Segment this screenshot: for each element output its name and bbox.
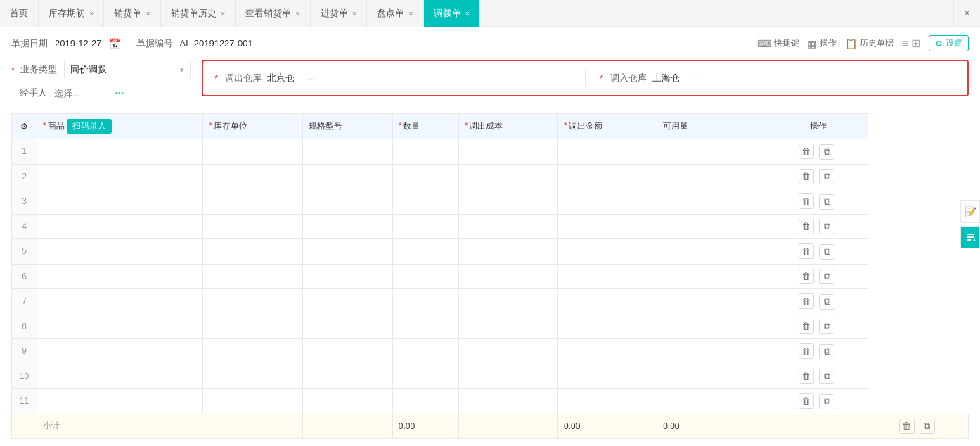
cell-qty[interactable]	[392, 164, 458, 189]
cell-qty[interactable]	[392, 314, 458, 339]
copy-row-button[interactable]: ⧉	[819, 394, 834, 409]
operations-button[interactable]: ▦ 操作	[808, 37, 837, 49]
tab-sales-history[interactable]: 销货单历史 ×	[161, 0, 236, 27]
cell-qty[interactable]	[392, 389, 458, 414]
delete-row-button[interactable]: 🗑	[799, 169, 814, 184]
delete-row-button[interactable]: 🗑	[799, 369, 814, 384]
cell-product[interactable]	[37, 239, 203, 265]
delete-row-button[interactable]: 🗑	[799, 243, 814, 259]
sidebar-notes-button[interactable]: 📝	[960, 200, 980, 223]
view-toggle-list[interactable]: ≡	[902, 37, 908, 50]
view-toggle-grid[interactable]: ⊞	[911, 37, 920, 50]
history-button[interactable]: 📋 历史单据	[845, 37, 894, 49]
cell-unit[interactable]	[203, 164, 302, 189]
cell-spec[interactable]	[302, 364, 392, 389]
tab-transfer[interactable]: 调拨单 ×	[424, 0, 480, 27]
cell-spec[interactable]	[302, 389, 392, 414]
cell-amount[interactable]	[557, 264, 657, 289]
cell-product[interactable]	[37, 289, 203, 314]
cell-qty[interactable]	[392, 289, 458, 314]
tab-view-sales[interactable]: 查看销货单 ×	[236, 0, 310, 27]
cell-amount[interactable]	[557, 314, 657, 339]
cell-qty[interactable]	[392, 214, 458, 239]
cell-cost[interactable]	[458, 364, 557, 389]
delete-subtotal-button[interactable]: 🗑	[899, 419, 915, 434]
cell-amount[interactable]	[557, 339, 657, 364]
cell-amount[interactable]	[557, 164, 657, 189]
close-icon[interactable]: ×	[146, 9, 150, 18]
tab-home[interactable]: 首页	[0, 0, 39, 27]
cell-qty[interactable]	[392, 264, 458, 289]
cell-available[interactable]	[657, 289, 768, 314]
delete-row-button[interactable]: 🗑	[799, 219, 814, 234]
close-icon[interactable]: ×	[465, 9, 470, 18]
gear-icon[interactable]: ⚙	[20, 122, 28, 132]
copy-row-button[interactable]: ⧉	[819, 344, 834, 359]
cell-cost[interactable]	[458, 314, 557, 339]
delete-row-button[interactable]: 🗑	[799, 393, 814, 409]
person-more-icon[interactable]: ···	[115, 87, 124, 99]
cell-available[interactable]	[657, 189, 768, 215]
delete-row-button[interactable]: 🗑	[799, 343, 814, 359]
cell-spec[interactable]	[302, 214, 392, 239]
delete-row-button[interactable]: 🗑	[799, 269, 814, 284]
cell-amount[interactable]	[557, 214, 657, 239]
cell-spec[interactable]	[302, 314, 392, 339]
cell-unit[interactable]	[203, 339, 302, 364]
cell-amount[interactable]	[557, 364, 657, 389]
cell-product[interactable]	[37, 164, 203, 189]
calendar-icon[interactable]: 📅	[109, 38, 121, 49]
scan-barcode-button[interactable]: 扫码录入	[67, 119, 112, 134]
cell-qty[interactable]	[392, 189, 458, 215]
cell-product[interactable]	[37, 389, 203, 414]
cell-product[interactable]	[37, 339, 203, 364]
transfer-in-more[interactable]: ···	[691, 73, 699, 84]
cell-qty[interactable]	[392, 339, 458, 364]
cell-available[interactable]	[657, 389, 768, 414]
close-icon[interactable]: ×	[221, 9, 225, 18]
cell-qty[interactable]	[392, 139, 458, 165]
delete-row-button[interactable]: 🗑	[799, 144, 814, 159]
close-icon[interactable]: ×	[408, 9, 413, 18]
delete-row-button[interactable]: 🗑	[799, 293, 814, 309]
cell-unit[interactable]	[203, 314, 302, 339]
cell-amount[interactable]	[557, 289, 657, 314]
cell-amount[interactable]	[557, 239, 657, 265]
cell-product[interactable]	[37, 364, 203, 389]
cell-cost[interactable]	[458, 214, 557, 239]
transfer-out-more[interactable]: ···	[306, 73, 314, 84]
cell-available[interactable]	[657, 264, 768, 289]
copy-row-button[interactable]: ⧉	[819, 269, 834, 284]
cell-amount[interactable]	[557, 389, 657, 414]
cell-product[interactable]	[37, 214, 203, 239]
cell-cost[interactable]	[458, 139, 557, 165]
settings-button[interactable]: ⚙ 设置	[929, 35, 969, 51]
tab-sales-order[interactable]: 销货单 ×	[104, 0, 160, 27]
cell-product[interactable]	[37, 314, 203, 339]
close-icon[interactable]: ×	[295, 9, 299, 18]
cell-unit[interactable]	[203, 289, 302, 314]
cell-cost[interactable]	[458, 189, 557, 215]
cell-spec[interactable]	[302, 264, 392, 289]
cell-spec[interactable]	[302, 239, 392, 265]
cell-unit[interactable]	[203, 214, 302, 239]
biz-type-select[interactable]: 同价调拨 ▾	[64, 60, 191, 79]
cell-unit[interactable]	[203, 239, 302, 265]
cell-unit[interactable]	[203, 389, 302, 414]
copy-row-button[interactable]: ⧉	[819, 294, 834, 310]
cell-product[interactable]	[37, 189, 203, 215]
copy-row-button[interactable]: ⧉	[819, 219, 834, 234]
cell-cost[interactable]	[458, 164, 557, 189]
cell-spec[interactable]	[302, 189, 392, 215]
tab-purchase[interactable]: 进货单 ×	[311, 0, 367, 27]
cell-spec[interactable]	[302, 289, 392, 314]
person-input[interactable]	[54, 88, 110, 98]
tab-inventory-init[interactable]: 库存期初 ×	[39, 0, 104, 27]
copy-row-button[interactable]: ⧉	[819, 244, 834, 260]
window-close-button[interactable]: ×	[953, 0, 980, 27]
cell-spec[interactable]	[302, 139, 392, 165]
shortcut-button[interactable]: ⌨ 快捷键	[757, 37, 799, 49]
cell-spec[interactable]	[302, 339, 392, 364]
sidebar-export-button[interactable]	[960, 226, 980, 248]
copy-subtotal-button[interactable]: ⧉	[920, 419, 935, 434]
